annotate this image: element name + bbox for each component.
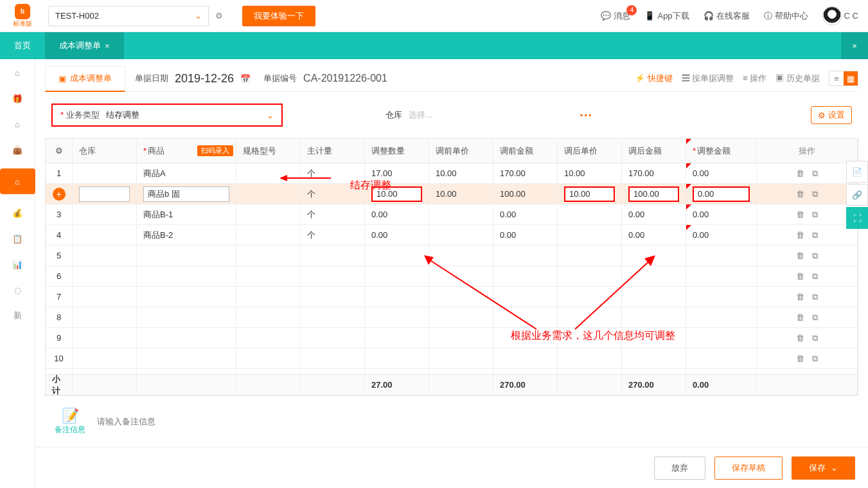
amt-before-cell [493,246,558,266]
table-row[interactable]: +商品b 固个10.0010.00100.0010.00100.000.00🗑⧉ [46,184,858,204]
sidebar-money-icon[interactable]: 💰 [10,206,24,220]
sidebar-warehouse-icon[interactable]: ⌂ [0,168,35,194]
cs-label: 在线客服 [716,10,750,22]
product-cell [137,307,236,327]
copy-icon[interactable]: ⧉ [812,333,818,343]
doc-title-tab[interactable]: ▣ 成本调整单 [45,66,125,92]
table-row[interactable]: 9🗑⧉ [46,328,858,348]
delete-icon[interactable]: 🗑 [796,333,804,343]
table-row[interactable]: 11🗑⧉ [46,369,858,374]
note-tool-icon[interactable]: 📄 [846,161,868,183]
logo-icon: b [15,4,30,19]
delete-icon[interactable]: 🗑 [796,230,804,240]
copy-icon[interactable]: ⧉ [812,312,818,323]
delete-icon[interactable]: 🗑 [796,251,804,260]
discard-button[interactable]: 放弃 [654,456,705,480]
scan-button[interactable]: 扫码录入 [197,145,233,156]
save-draft-button[interactable]: 保存草稿 [714,456,783,480]
copy-icon[interactable]: ⧉ [812,210,818,220]
sidebar-report-icon[interactable]: 📊 [10,257,24,271]
copy-icon[interactable]: ⧉ [812,354,818,364]
copy-icon[interactable]: ⧉ [812,251,818,261]
copy-icon[interactable]: ⧉ [812,189,818,199]
table-row[interactable]: 6🗑⧉ [46,266,858,287]
sidebar-house-icon[interactable]: ⌂ [10,117,24,131]
remark-input[interactable] [97,417,849,426]
remark-label: 备注信息 [55,424,85,435]
table-row[interactable]: 5🗑⧉ [46,246,858,266]
add-row-icon[interactable]: + [53,188,66,201]
date-value[interactable]: 2019-12-26 [175,72,234,86]
delete-icon[interactable]: 🗑 [796,168,804,178]
grid-view-icon[interactable]: ▦ [844,71,858,86]
delete-icon[interactable]: 🗑 [796,312,804,322]
expand-tool-icon[interactable]: ⛶ [846,207,868,229]
settings-button[interactable]: ⚙设置 [811,106,852,124]
calendar-icon[interactable]: 📅 [240,74,251,84]
warehouse-select[interactable]: 仓库 选择... [385,109,432,121]
total-adjust: 0.00 [686,375,757,395]
link-tool-icon[interactable]: 🔗 [846,184,868,206]
table-row[interactable]: 3商品B-1个0.000.000.000.00🗑⧉ [46,204,858,225]
ops-link[interactable]: ≡ 操作 [743,73,766,84]
warehouse-input[interactable] [79,186,130,202]
price-after-cell [558,307,622,327]
copy-icon[interactable]: ⧉ [812,292,818,302]
byform-link[interactable]: ☰ 按单据调整 [682,73,734,84]
messages-link[interactable]: 💬 消息 4 [601,10,630,22]
row-index: 6 [46,266,73,286]
total-amt-before: 270.00 [493,375,558,395]
tab-cost-adjust[interactable]: 成本调整单 × [45,32,124,59]
tab-home[interactable]: 首页 [0,32,45,59]
try-button[interactable]: 我要体验一下 [242,6,315,26]
copy-icon[interactable]: ⧉ [812,230,818,240]
close-icon[interactable]: × [105,41,110,51]
table-row[interactable]: 8🗑⧉ [46,307,858,328]
delete-icon[interactable]: 🗑 [796,189,804,199]
help-link[interactable]: ⓘ帮助中心 [764,10,808,22]
copy-icon[interactable]: ⧉ [812,271,818,282]
amt-after-cell [622,287,686,307]
sidebar-clipboard-icon[interactable]: 📋 [10,231,24,246]
table-row[interactable]: 4商品B-2个0.000.000.000.00🗑⧉ [46,225,858,246]
amt-before-cell [493,266,558,286]
view-mode-toggle[interactable]: ≡ ▦ [829,71,858,86]
customer-service-link[interactable]: 🎧在线客服 [704,10,750,22]
delete-icon[interactable]: 🗑 [796,271,804,281]
table-row[interactable]: 10🗑⧉ [46,348,858,369]
th-unit: 主计量 [301,139,365,163]
list-view-icon[interactable]: ≡ [829,71,844,86]
delete-icon[interactable]: 🗑 [796,354,804,363]
table-row[interactable]: 1商品A个17.0010.00170.0010.00170.000.00🗑⧉ [46,163,858,184]
biztype-select[interactable]: 业务类型 结存调整 ⌄ [51,104,283,127]
tabbar-close-button[interactable]: × [841,32,868,59]
price-before-cell [429,266,493,286]
sidebar-gift-icon[interactable]: 🎁 [10,91,24,105]
th-price-before: 调前单价 [429,139,493,163]
qty-input[interactable]: 10.00 [371,186,422,202]
org-select[interactable]: TEST-H002 ⌄ [48,6,209,26]
doc-header: ▣ 成本调整单 单据日期 2019-12-26 📅 单据编号 CA-201912… [45,66,858,92]
delete-icon[interactable]: 🗑 [796,210,804,219]
gear-icon[interactable]: ⚙ [215,11,223,21]
adjust-input[interactable]: 0.00 [693,186,750,202]
sidebar-bag-icon[interactable]: 👜 [10,143,24,157]
price-after-input[interactable]: 10.00 [564,186,615,202]
copy-icon[interactable]: ⧉ [812,168,818,179]
sidebar-new-icon[interactable]: 新 [10,309,24,323]
amt-after-input[interactable]: 100.00 [628,186,679,202]
product-input[interactable]: 商品b 固 [143,186,229,202]
app-download-link[interactable]: 📱App下载 [644,10,689,22]
shortcut-link[interactable]: ⚡ 快捷键 [635,73,673,84]
history-link[interactable]: ▣ 历史单据 [775,73,820,84]
delete-icon[interactable]: 🗑 [796,292,804,302]
table-row[interactable]: 7🗑⧉ [46,287,858,307]
more-icon[interactable]: ••• [580,111,593,120]
user-menu[interactable]: C C [822,6,858,26]
save-button[interactable]: 保存 ⌄ [792,456,855,480]
right-tools: 📄 🔗 ⛶ [846,161,868,229]
sidebar-home-icon[interactable]: ⌂ [10,66,24,80]
th-settings[interactable]: ⚙ [46,139,73,163]
sidebar-ring-icon[interactable]: ◌ [10,283,24,297]
adjust-cell: 0.00 [686,163,757,183]
